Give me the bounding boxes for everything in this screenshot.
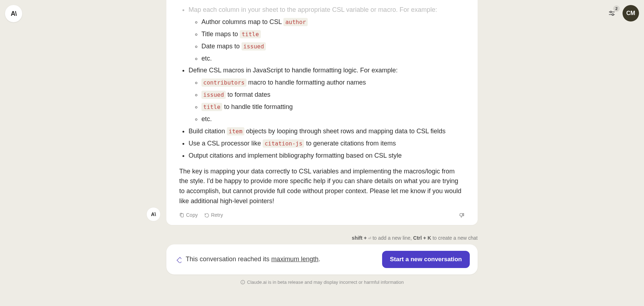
hint-ctrlk: Ctrl + K [413,235,431,241]
main-scroll-area[interactable]: A\ Map each column in your sheet to the … [0,0,644,306]
inline-code: title [240,30,260,38]
inline-code: author [283,18,308,26]
closing-paragraph: The key is mapping your data correctly t… [179,167,465,207]
text: to handle title formatting [222,103,293,110]
text: objects by looping through sheet rows an… [244,128,446,135]
limit-text-post: . [318,255,320,263]
list-item: contributors macro to handle formatting … [201,78,465,88]
list-item: Map each column in your sheet to the app… [189,5,465,63]
list-item: title to handle title formatting [201,102,465,112]
list-item: etc. [201,114,465,124]
assistant-message-card: Map each column in your sheet to the app… [166,0,478,225]
assistant-avatar: A\ [146,207,161,221]
clipboard-icon [179,213,184,218]
retry-icon [204,213,209,218]
text: to generate citations from items [304,140,396,147]
message-actions: Copy Retry [179,211,465,219]
text: Build citation [189,128,227,135]
list-item: issued to format dates [201,90,465,100]
text: Define CSL macros in JavaScript to handl… [189,67,398,74]
inline-code: title [201,103,222,111]
list-item: Output citations and implement bibliogra… [189,151,465,161]
hint-text: to add a new line, [371,235,413,241]
maximum-length-link[interactable]: maximum length [271,255,318,263]
list-item: Author columns map to CSL author [201,17,465,27]
list-item: Build citation item objects by looping t… [189,126,465,137]
svg-point-8 [243,283,243,283]
inline-code: contributors [201,78,247,87]
list-item: Use a CSL processor like citation-js to … [189,139,465,149]
beta-text: Claude.ai is in beta release and may dis… [247,279,404,285]
message-actions-left: Copy Retry [179,211,223,219]
retry-button[interactable]: Retry [204,211,223,219]
input-hint: shift + ⏎ to add a new line, Ctrl + K to… [166,235,478,241]
inline-code: issued [201,91,226,99]
hint-shift: shift + [352,235,368,241]
text: macro to handle formatting author names [247,79,366,86]
svg-rect-5 [177,257,181,263]
text: Map each column in your sheet to the app… [189,6,437,13]
message-list: Map each column in your sheet to the app… [179,5,465,161]
list-item: etc. [201,54,465,64]
limit-text-pre: This conversation reached its [186,255,271,263]
inline-code: citation-js [263,139,304,148]
diamond-info-icon [174,256,181,263]
list-item: Title maps to title [201,29,465,39]
retry-label: Retry [211,211,223,219]
assistant-message-row: A\ Map each column in your sheet to the … [166,0,478,225]
limit-message: This conversation reached its maximum le… [174,255,320,263]
conversation-limit-bar: This conversation reached its maximum le… [166,244,478,274]
start-new-conversation-button[interactable]: Start a new conversation [382,251,470,268]
thumbs-down-icon [459,212,465,218]
beta-notice: Claude.ai is in beta release and may dis… [240,279,404,285]
svg-rect-4 [181,214,184,217]
info-icon [240,280,245,285]
text: to format dates [226,91,270,98]
inline-code: issued [241,42,266,51]
inline-code: item [227,127,244,135]
text: Use a CSL processor like [189,140,263,147]
copy-button[interactable]: Copy [179,211,198,219]
text: Title maps to [201,30,240,38]
list-item: Date maps to issued [201,42,465,52]
list-item: Define CSL macros in JavaScript to handl… [189,66,465,124]
copy-label: Copy [186,211,198,219]
text: Author columns map to CSL [201,18,283,25]
hint-text: to create a new chat [431,235,478,241]
text: Date maps to [201,43,241,50]
thumbs-down-button[interactable] [459,212,465,218]
